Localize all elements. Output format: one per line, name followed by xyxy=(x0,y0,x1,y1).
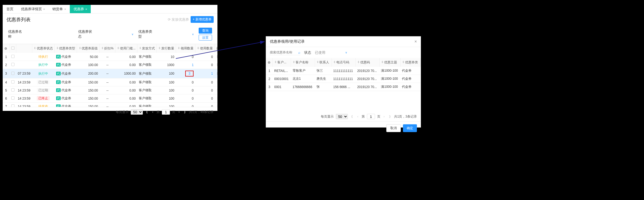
filter-status-label: 优惠券状态 xyxy=(78,29,93,39)
row-checkbox[interactable] xyxy=(11,63,14,66)
row-checkbox[interactable] xyxy=(11,88,14,92)
close-icon[interactable]: × xyxy=(414,39,417,44)
table-row[interactable]: 5 14 23:59 已过期 代 代金券 150.00 -- 0.00 客户领取… xyxy=(3,86,217,94)
modal-status-label: 状态 xyxy=(304,50,311,55)
table-row[interactable]: 200010001北京1唐先生111111111112019120 70...满… xyxy=(266,75,421,83)
export-icon: ⇱ xyxy=(217,96,217,100)
table-row[interactable]: 1 待执行 代 代金券 50.00 -- 0.00 客户领取 10 0 0 ⇱⊞ xyxy=(3,53,217,61)
modal-title: 优惠券领用/使用记录 xyxy=(270,39,305,44)
col-status[interactable]: ▲▼优惠券状态 xyxy=(32,44,54,53)
close-icon[interactable]: × xyxy=(64,8,66,11)
col-issued[interactable]: ▲▼发行数量 xyxy=(157,44,176,53)
search-icon[interactable]: ⌕ xyxy=(298,50,300,54)
list-header: 优惠券列表 ⟳ 发放优惠券 新增优惠券 xyxy=(3,13,217,26)
per-page-select[interactable]: 50 xyxy=(131,109,143,115)
row-checkbox[interactable] xyxy=(11,72,14,75)
usage-record-modal: 优惠券领用/使用记录 × ⌕ 状态 已使用∨ ⚙ ▲▼客户... ▲▼客户名称 … xyxy=(266,36,421,128)
col-value[interactable]: ▲▼优惠券面值 xyxy=(77,44,100,53)
row-checkbox[interactable] xyxy=(11,55,14,58)
prev-page-icon[interactable]: ‹ xyxy=(151,110,154,114)
add-coupon-button[interactable]: 新增优惠券 xyxy=(191,16,214,23)
next-page-icon[interactable]: › xyxy=(383,115,386,118)
page-input[interactable] xyxy=(162,109,170,115)
select-all-checkbox[interactable] xyxy=(9,44,16,53)
coupon-type-select[interactable]: ∨ xyxy=(158,33,194,36)
first-page-icon[interactable]: ⟪ xyxy=(145,110,149,114)
filter-name-label: 优惠券名称 xyxy=(8,29,23,39)
tab-sales[interactable]: 销货单× xyxy=(49,5,70,13)
col-coupon-type[interactable]: ▲▼优惠券类 xyxy=(400,58,420,67)
col-claimed[interactable]: ▲▼领用数量 xyxy=(176,44,195,53)
export-icon: ⇱ xyxy=(217,104,217,107)
gear-icon[interactable]: ⚙ xyxy=(3,44,9,53)
table-row[interactable]: 3 07 23:59 执行中 代 代金券 200.00 -- 1000.00 客… xyxy=(3,69,217,78)
chevron-down-icon: ∨ xyxy=(192,33,194,36)
modal-per-page-select[interactable]: 50 xyxy=(336,114,348,119)
confirm-button[interactable]: 确定 xyxy=(403,124,417,132)
col-subject[interactable]: ▲▼优惠主题 xyxy=(379,58,400,67)
table-row[interactable]: 6 14 23:59 已终止 代 代金券 150.00 -- 0.00 客户领取… xyxy=(3,94,217,103)
col-contact[interactable]: ▲▼联系人 xyxy=(315,58,332,67)
filter-type-label: 优惠券类型 xyxy=(138,29,154,39)
coupon-table: ⚙ ▲▼优惠券状态 ▲▼优惠券类型 ▲▼优惠券面值 ▲▼折扣% ▲▼使用门槛..… xyxy=(3,44,217,107)
export-icon: ⇱ xyxy=(217,80,217,84)
chevron-down-icon: ∨ xyxy=(132,33,133,36)
table-row[interactable]: 1RETAIL...零散客户张三111111111112019120 70...… xyxy=(266,67,421,75)
last-page-icon[interactable]: ⟫ xyxy=(388,115,392,118)
close-icon[interactable]: × xyxy=(43,8,45,11)
coupon-name-input[interactable] xyxy=(28,31,73,37)
modal-pagination-total: 共1页，3条记录 xyxy=(394,114,417,119)
tab-detail[interactable]: 优惠券详情页× xyxy=(17,5,49,13)
pagination: 每页显示 50 ⟪ ‹ 第 页 › ⟫ 共1页，49条记录 xyxy=(3,107,217,117)
table-row[interactable]: 3000117666666666张156 6666 ...2019120 70.… xyxy=(266,83,421,91)
table-row[interactable]: 4 14 23:59 已过期 代 代金券 150.00 -- 0.00 客户领取… xyxy=(3,78,217,86)
next-page-icon[interactable]: › xyxy=(177,110,181,114)
main-panel: 首页 优惠券详情页× 销货单× 优惠券× 优惠券列表 ⟳ 发放优惠券 新增优惠券… xyxy=(3,5,217,111)
col-discount[interactable]: ▲▼折扣% xyxy=(100,44,115,53)
col-coupon-code[interactable]: ▲▼优惠码 xyxy=(355,58,379,67)
gear-icon[interactable]: ⚙ xyxy=(266,58,273,67)
filter-bar: 优惠券名称 优惠券状态 ∨ 优惠券类型 ∨ 查询 设置 xyxy=(3,26,217,44)
col-type[interactable]: ▲▼优惠券类型 xyxy=(54,44,77,53)
tab-home[interactable]: 首页 xyxy=(3,5,17,13)
chevron-down-icon: ∨ xyxy=(345,51,347,54)
export-icon: ⇱ xyxy=(217,88,217,92)
prev-page-icon[interactable]: ‹ xyxy=(356,115,359,118)
export-icon[interactable]: ⇱ xyxy=(217,63,217,67)
tab-bar: 首页 优惠券详情页× 销货单× 优惠券× xyxy=(3,5,217,13)
coupon-name-search-input[interactable] xyxy=(270,50,297,55)
tab-coupon[interactable]: 优惠券× xyxy=(70,5,91,13)
col-dist-method[interactable]: ▲▼发放方式 xyxy=(137,44,157,53)
pagination-total: 共1页，49条记录 xyxy=(189,110,214,114)
page-title: 优惠券列表 xyxy=(6,16,31,23)
col-threshold[interactable]: ▲▼使用门槛... xyxy=(115,44,137,53)
col-phone[interactable]: ▲▼电话号码 xyxy=(332,58,355,67)
settings-button[interactable]: 设置 xyxy=(199,35,212,41)
export-icon[interactable]: ⇱ xyxy=(217,55,217,59)
first-page-icon[interactable]: ⟪ xyxy=(350,115,354,118)
cancel-button[interactable]: 取消 xyxy=(386,124,401,132)
col-customer-code[interactable]: ▲▼客户... xyxy=(273,58,291,67)
coupon-status-select[interactable]: ∨ xyxy=(98,33,134,36)
distribute-coupon-button: ⟳ 发放优惠券 xyxy=(168,17,189,22)
export-icon[interactable]: ⇱ xyxy=(217,72,217,76)
col-used[interactable]: ▲▼使用数量 xyxy=(195,44,214,53)
last-page-icon[interactable]: ⟫ xyxy=(183,110,187,114)
search-button[interactable]: 查询 xyxy=(199,28,212,34)
col-ops: 操作 xyxy=(214,44,217,53)
table-row[interactable]: 7 14 23:59 待发布 代 代金券 150.00 -- 0.00 客户领取… xyxy=(3,103,217,107)
col-customer-name[interactable]: ▲▼客户名称 xyxy=(291,58,315,67)
modal-status-select[interactable]: 已使用∨ xyxy=(315,50,347,55)
row-checkbox[interactable] xyxy=(11,104,14,107)
row-checkbox[interactable] xyxy=(11,80,14,83)
modal-page-input[interactable] xyxy=(367,114,375,119)
table-row[interactable]: 2 执行中 代 代金券 100.00 -- 0.00 客户领取 1000 1 0… xyxy=(3,61,217,69)
row-checkbox[interactable] xyxy=(11,96,14,100)
close-icon[interactable]: × xyxy=(85,8,87,11)
